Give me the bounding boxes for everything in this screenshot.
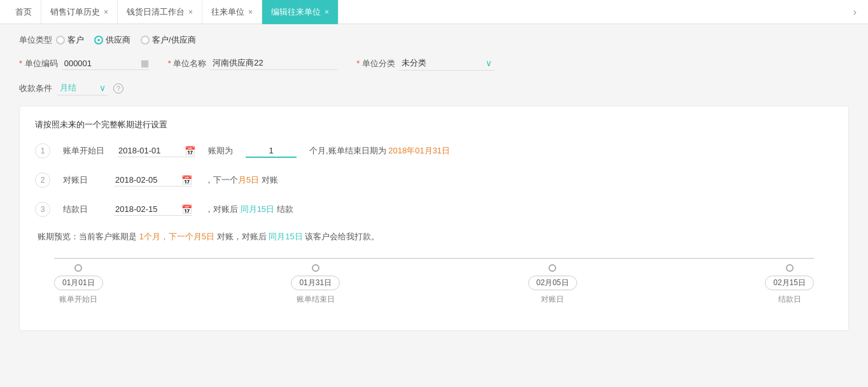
tab-partners[interactable]: 往来单位 × — [202, 0, 262, 24]
tab-edit-partner-close[interactable]: × — [325, 8, 329, 17]
tl-bubble-1: 01月31日 — [291, 276, 340, 290]
unit-details-row: 单位编码 ▦ 单位名称 单位分类 未分类 ∨ — [19, 56, 849, 71]
unit-category-select[interactable]: 未分类 ∨ — [399, 56, 494, 71]
payment-condition-select[interactable]: 月结 ∨ — [57, 81, 108, 95]
step-2-num: 2 — [35, 172, 50, 188]
step-3-date[interactable] — [114, 203, 178, 215]
step-1-label: 账单开始日 — [63, 145, 104, 157]
tab-edit-partner[interactable]: 编辑往来单位 × — [262, 0, 339, 24]
unit-name-input[interactable] — [210, 57, 337, 70]
step-1-row: 1 账单开始日 📅 账期为 个月,账单结束日期为 2018年01月31日 — [35, 143, 833, 158]
step-2-desc: ，下一个月5日 对账 — [205, 174, 278, 186]
step-3-desc: ，对账后 同月15日 结款 — [205, 204, 293, 215]
step-1-calendar-icon[interactable]: 📅 — [185, 146, 195, 156]
timeline-node-0: 01月01日 账单开始日 — [54, 264, 103, 305]
step-3-num: 3 — [35, 202, 50, 217]
step-1-date-input: 📅 — [117, 144, 195, 157]
step-2-label: 对账日 — [63, 174, 101, 186]
timeline-node-3: 02月15日 结款日 — [765, 264, 814, 305]
unit-category-field: 单位分类 未分类 ∨ — [356, 56, 494, 71]
radio-customer-label: 客户 — [67, 34, 84, 46]
tl-dot-2 — [549, 264, 556, 272]
unit-type-field: 单位类型 客户 供应商 客户/供应商 — [19, 34, 196, 46]
unit-type-row: 单位类型 客户 供应商 客户/供应商 — [19, 34, 849, 46]
tab-partners-label: 往来单位 — [211, 6, 244, 18]
tabs-more-button[interactable]: › — [848, 6, 862, 18]
tl-dot-1 — [312, 264, 319, 272]
step-1-desc-pre: 账期为 — [208, 145, 233, 157]
step-2-row: 2 对账日 📅 ，下一个月5日 对账 — [35, 172, 833, 188]
unit-type-label: 单位类型 — [19, 34, 52, 46]
unit-category-label: 单位分类 — [356, 58, 395, 69]
radio-supplier[interactable]: 供应商 — [94, 34, 130, 46]
step-1-month-input[interactable] — [246, 144, 297, 158]
unit-code-input-wrapper: ▦ — [62, 57, 149, 70]
radio-customer[interactable]: 客户 — [56, 34, 84, 46]
step-2-calendar-icon[interactable]: 📅 — [181, 175, 192, 185]
radio-both[interactable]: 客户/供应商 — [141, 34, 196, 46]
step-1-desc-post: 个月,账单结束日期为 2018年01月31日 — [309, 145, 450, 157]
tab-home[interactable]: 首页 — [6, 0, 41, 24]
tab-sales-history-label: 销售订单历史 — [50, 6, 100, 18]
radio-both-label: 客户/供应商 — [152, 34, 196, 46]
tabs-bar: 首页 销售订单历史 × 钱货日清工作台 × 往来单位 × 编辑往来单位 × › — [0, 0, 868, 24]
page-content: 单位类型 客户 供应商 客户/供应商 单位编码 — [0, 24, 868, 349]
radio-supplier-circle — [94, 36, 103, 45]
radio-both-circle — [141, 36, 150, 45]
unit-code-label: 单位编码 — [19, 58, 58, 69]
payment-condition-label: 收款条件 — [19, 83, 52, 94]
step-1-end-date: 2018年01月31日 — [388, 146, 450, 155]
payment-condition-row: 收款条件 月结 ∨ ? — [19, 81, 849, 95]
tl-bubble-3: 02月15日 — [765, 276, 814, 290]
unit-code-input[interactable] — [62, 57, 138, 69]
step-3-label: 结款日 — [63, 204, 101, 215]
tl-dot-3 — [786, 264, 794, 272]
unit-code-field: 单位编码 ▦ — [19, 57, 149, 70]
tl-label-3: 结款日 — [778, 294, 801, 305]
tab-sales-history[interactable]: 销售订单历史 × — [41, 0, 118, 24]
unit-name-field: 单位名称 — [168, 57, 338, 70]
radio-customer-circle — [56, 36, 65, 45]
payment-condition-value: 月结 — [60, 82, 76, 94]
payment-condition-chevron: ∨ — [99, 83, 106, 93]
timeline-container: 01月01日 账单开始日 01月31日 账单结束日 02月05日 对账日 02月… — [35, 254, 833, 318]
tab-home-label: 首页 — [15, 6, 32, 18]
card-title: 请按照未来的一个完整帐期进行设置 — [35, 119, 833, 130]
tab-edit-partner-label: 编辑往来单位 — [271, 6, 321, 18]
tl-bubble-0: 01月01日 — [54, 276, 103, 290]
tl-label-1: 账单结束日 — [297, 294, 335, 305]
step-3-row: 3 结款日 📅 ，对账后 同月15日 结款 — [35, 202, 833, 217]
unit-type-radio-group: 客户 供应商 客户/供应商 — [56, 34, 196, 46]
radio-supplier-label: 供应商 — [106, 34, 130, 46]
tab-partners-close[interactable]: × — [248, 8, 253, 17]
timeline-node-1: 01月31日 账单结束日 — [291, 264, 340, 305]
unit-name-label: 单位名称 — [168, 58, 207, 69]
preview-row: 账期预览：当前客户账期是 1个月，下一个月5日 对账，对账后 同月15日 该客户… — [35, 231, 833, 243]
unit-code-icon[interactable]: ▦ — [141, 58, 149, 68]
tab-cash-work[interactable]: 钱货日清工作台 × — [118, 0, 202, 24]
step-2-date-input: 📅 — [114, 174, 192, 186]
tl-dot-0 — [74, 264, 82, 272]
step-1-date[interactable] — [117, 144, 181, 157]
step-2-date[interactable] — [114, 174, 178, 186]
timeline-node-2: 02月05日 对账日 — [528, 264, 577, 305]
tab-cash-work-label: 钱货日清工作台 — [127, 6, 185, 18]
step-3-calendar-icon[interactable]: 📅 — [181, 204, 192, 215]
tl-bubble-2: 02月05日 — [528, 276, 577, 290]
preview-label: 账期预览：当前客户账期是 1个月，下一个月5日 对账，对账后 同月15日 该客户… — [38, 231, 379, 243]
settings-card: 请按照未来的一个完整帐期进行设置 1 账单开始日 📅 账期为 个月,账单结束日期… — [19, 106, 849, 331]
timeline-nodes: 01月01日 账单开始日 01月31日 账单结束日 02月05日 对账日 02月… — [48, 264, 820, 305]
step-1-num: 1 — [35, 143, 50, 158]
timeline-line — [54, 258, 814, 259]
tab-sales-history-close[interactable]: × — [104, 8, 108, 17]
help-icon[interactable]: ? — [113, 83, 123, 94]
tab-cash-work-close[interactable]: × — [188, 8, 193, 17]
tl-label-2: 对账日 — [541, 294, 564, 305]
step-3-date-input: 📅 — [114, 203, 192, 216]
unit-category-value: 未分类 — [402, 57, 426, 69]
tl-label-0: 账单开始日 — [59, 294, 97, 305]
unit-category-chevron: ∨ — [486, 58, 492, 68]
